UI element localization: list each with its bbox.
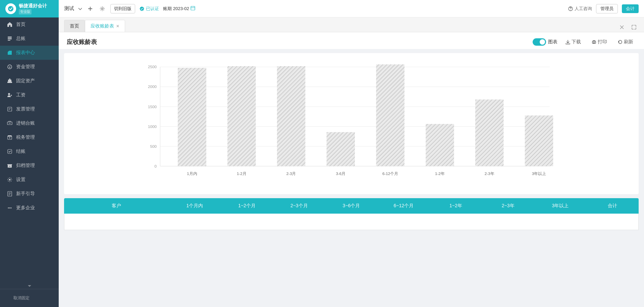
sidebar-item-more[interactable]: 更多企业 (0, 201, 59, 215)
certified-label: 已认证 (146, 6, 159, 12)
print-label: 打印 (598, 39, 607, 45)
print-button[interactable]: 打印 (589, 38, 610, 46)
certified-badge: 已认证 (139, 6, 159, 12)
tab-ar-aging-label: 应收账龄表 (91, 23, 114, 29)
invoice-icon (7, 106, 13, 112)
bar-chart: 0 500 1000 1500 2000 2500 (71, 60, 632, 187)
user-button[interactable]: 管理员 (596, 4, 618, 13)
sidebar-nav: 首页 总账 报表中心 ¥ 资金管理 (0, 17, 59, 283)
sidebar-label-invoice: 发票管理 (16, 106, 35, 112)
company-name: 测试 (64, 5, 74, 12)
svg-rect-22 (191, 6, 195, 10)
svg-rect-9 (8, 80, 11, 82)
chart-toggle[interactable]: 图表 (533, 38, 557, 46)
svg-point-16 (9, 179, 11, 181)
svg-rect-42 (227, 66, 256, 166)
sidebar-item-close[interactable]: 结账 (0, 144, 59, 159)
svg-rect-2 (8, 38, 12, 39)
svg-point-11 (8, 93, 10, 95)
capital-icon: ¥ (7, 64, 13, 70)
sidebar-item-settings[interactable]: 设置 (0, 173, 59, 187)
page-header: 应收账龄表 图表 下载 打印 (59, 32, 644, 49)
svg-rect-5 (9, 54, 11, 54)
tax-icon (7, 134, 13, 140)
settings-icon (7, 177, 13, 183)
logo-text: 畅捷通好会计 专业版 (19, 3, 47, 15)
svg-rect-1 (8, 37, 12, 38)
refresh-button[interactable]: 刷新 (615, 38, 636, 46)
consultation-button[interactable]: 人工咨询 (568, 6, 592, 12)
svg-rect-12 (8, 107, 12, 111)
sidebar-item-reports[interactable]: 报表中心 (0, 46, 59, 60)
toggle-knob[interactable] (533, 38, 546, 46)
tab-close-icon[interactable]: ✕ (116, 24, 119, 29)
reports-icon (7, 50, 13, 56)
sidebar-item-fixed-assets[interactable]: 固定资产 (0, 74, 59, 88)
top-nav: 测试 切到旧版 已认证 账期 2023-02 (59, 0, 644, 17)
svg-rect-45 (376, 64, 404, 166)
table-col-customer: 客户 (64, 198, 168, 214)
svg-rect-8 (7, 82, 12, 83)
sidebar-item-tax[interactable]: 税务管理 (0, 130, 59, 144)
sidebar-label-home: 首页 (16, 21, 25, 28)
svg-text:2500: 2500 (148, 64, 157, 69)
main-content: 测试 切到旧版 已认证 账期 2023-02 (59, 0, 644, 307)
svg-rect-41 (178, 68, 206, 166)
sidebar-footer: 取消固定 (0, 289, 59, 307)
sidebar-item-home[interactable]: 首页 (0, 17, 59, 32)
app-edition: 专业版 (19, 9, 32, 14)
sidebar-item-ledger[interactable]: 总账 (0, 32, 59, 46)
svg-point-20 (11, 208, 12, 209)
table-col-1m: 1个月内 (168, 198, 221, 214)
sidebar-label-payroll: 工资 (16, 92, 25, 98)
tab-close-window-button[interactable] (617, 23, 627, 32)
sidebar-label-archive: 归档管理 (16, 163, 35, 169)
svg-text:3年以上: 3年以上 (532, 171, 546, 176)
svg-text:¥: ¥ (8, 65, 11, 69)
sidebar-item-inventory[interactable]: 进销台账 (0, 116, 59, 130)
page-actions: 图表 下载 打印 刷新 (533, 38, 636, 46)
svg-rect-44 (327, 132, 355, 166)
sidebar-item-payroll[interactable]: 工资 (0, 88, 59, 102)
payroll-icon (7, 92, 13, 98)
sidebar-item-archive[interactable]: 归档管理 (0, 159, 59, 173)
add-button[interactable] (86, 5, 94, 13)
guide-icon (7, 191, 13, 197)
accountant-button[interactable]: 会计 (622, 4, 639, 13)
scroll-down-indicator (0, 283, 59, 289)
sidebar-item-guide[interactable]: 新手引导 (0, 187, 59, 201)
table-body (64, 214, 639, 230)
tab-ar-aging[interactable]: 应收账龄表 ✕ (85, 20, 125, 32)
sidebar-label-ledger: 总账 (16, 36, 25, 42)
period-value: 2023-02 (173, 6, 189, 11)
svg-text:2000: 2000 (148, 84, 157, 89)
tab-expand-button[interactable] (629, 23, 639, 32)
switch-old-version-button[interactable]: 切到旧版 (110, 4, 135, 13)
sidebar-item-capital[interactable]: ¥ 资金管理 (0, 60, 59, 74)
svg-rect-47 (475, 99, 503, 166)
download-button[interactable]: 下载 (563, 38, 584, 46)
more-icon (7, 205, 13, 211)
page-content: 应收账龄表 图表 下载 打印 (59, 32, 644, 307)
nav-settings-icon[interactable] (98, 5, 106, 13)
svg-text:2-3月: 2-3月 (286, 171, 296, 176)
account-period: 账期 2023-02 (163, 6, 195, 12)
sidebar-label-guide: 新手引导 (16, 191, 35, 197)
svg-text:500: 500 (150, 144, 157, 148)
sidebar-label-close: 结账 (16, 148, 25, 155)
tab-bar: 首页 应收账龄表 ✕ (59, 17, 644, 32)
sidebar-label-capital: 资金管理 (16, 64, 35, 70)
sidebar-item-invoice[interactable]: 发票管理 (0, 102, 59, 116)
table-col-1-2y: 1~2年 (430, 198, 482, 214)
sidebar-label-fixed-assets: 固定资产 (16, 78, 35, 84)
company-dropdown-icon[interactable] (78, 6, 82, 11)
calendar-icon[interactable] (191, 6, 195, 11)
svg-text:1-2年: 1-2年 (435, 171, 445, 176)
table-col-2-3m: 2~3个月 (273, 198, 325, 214)
ledger-icon (7, 36, 13, 42)
cancel-fixed-button[interactable]: 取消固定 (3, 293, 55, 304)
archive-icon (7, 163, 13, 169)
app-logo: 畅捷通好会计 专业版 (0, 0, 59, 17)
page-title: 应收账龄表 (67, 38, 97, 46)
tab-home[interactable]: 首页 (64, 20, 85, 32)
